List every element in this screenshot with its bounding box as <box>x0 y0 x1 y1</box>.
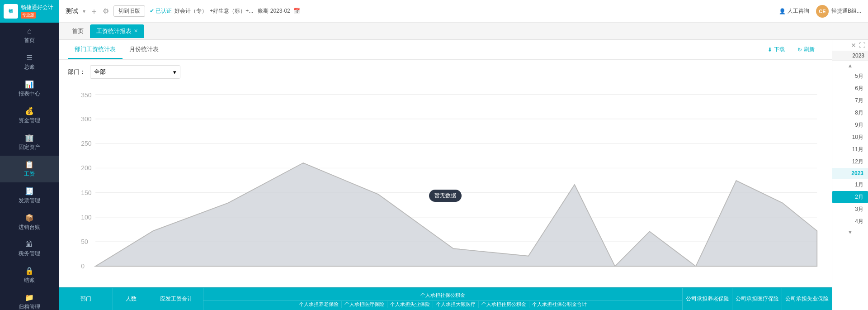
help-button[interactable]: 👤 人工咨询 <box>779 7 809 15</box>
add-button[interactable]: ＋ <box>90 6 98 17</box>
avatar-initials: CE <box>819 9 826 14</box>
th-count: 人数 <box>113 288 149 310</box>
svg-text:100: 100 <box>81 214 92 221</box>
svg-marker-16 <box>95 163 817 266</box>
sidebar-item-purchase[interactable]: 📦 进销台账 <box>0 209 59 236</box>
sidebar-item-funds[interactable]: 💰 资金管理 <box>0 102 59 129</box>
month-3-2023[interactable]: 3月 <box>832 203 868 215</box>
th-dept: 部门 <box>59 288 113 310</box>
month-7[interactable]: 7月 <box>832 95 868 107</box>
action-buttons: ⬇ 下载 ↻ 刷新 <box>764 44 823 55</box>
sidebar-item-label: 税务管理 <box>19 250 40 258</box>
th-company-pension: 公司承担养老保险 <box>683 288 732 310</box>
sidebar-item-salary[interactable]: 📋 工资 <box>0 156 59 182</box>
sidebar-item-reports[interactable]: 📊 报表中心 <box>0 76 59 102</box>
avatar: CE <box>816 5 829 18</box>
month-10[interactable]: 10月 <box>832 131 868 143</box>
sidebar-item-label: 总账 <box>24 63 35 71</box>
download-label: 下载 <box>774 46 785 53</box>
year-2023-item[interactable]: 2023 <box>832 168 868 179</box>
logo-icon: 畅 <box>4 4 18 19</box>
tax-icon: 🏛 <box>26 240 33 248</box>
month-5[interactable]: 5月 <box>832 70 868 82</box>
period-label: 账期 2023-02 📅 <box>258 7 300 15</box>
reports-icon: 📊 <box>25 80 34 89</box>
month-12[interactable]: 12月 <box>832 156 868 168</box>
tab-salary-report[interactable]: 工资统计报表 ✕ <box>90 24 144 38</box>
tab-home[interactable]: 首页 <box>66 24 90 38</box>
sidebar-item-label: 工资 <box>24 170 35 178</box>
good-accountant-status: 好会计（专） <box>175 7 207 15</box>
salary-icon: 📋 <box>25 160 34 169</box>
good-business-status: +好生意（标）+... <box>210 7 253 15</box>
funds-icon: 💰 <box>25 107 34 115</box>
dept-filter-select[interactable]: 全部 ▾ <box>90 65 180 79</box>
svg-text:200: 200 <box>81 165 92 172</box>
sidebar-item-closing[interactable]: 🔒 结账 <box>0 262 59 289</box>
sub-tab-monthly[interactable]: 月份统计表 <box>123 41 165 59</box>
sidebar-item-invoice[interactable]: 🧾 发票管理 <box>0 182 59 209</box>
sidebar-item-label: 报表中心 <box>19 90 40 98</box>
month-11[interactable]: 11月 <box>832 143 868 156</box>
refresh-label: 刷新 <box>804 46 815 53</box>
year-2023-label: 2023 <box>832 51 868 61</box>
th-sub-cells: 个人承担养老保险 个人承担医疗保险 个人承担失业保险 个人承担大额医疗 个人承担 <box>296 301 590 308</box>
month-8[interactable]: 8月 <box>832 107 868 119</box>
th-company-unemployment: 公司承担失业保险 <box>782 288 832 310</box>
sidebar-nav: ⌂ 首页 ☰ 总账 📊 报表中心 💰 资金管理 🏢 固定资产 📋 工资 🧾 发票… <box>0 23 59 310</box>
user-profile[interactable]: CE 轻捷通B组... <box>816 5 861 18</box>
sub-tab-dept[interactable]: 部门工资统计表 <box>68 41 123 59</box>
sidebar-item-assets[interactable]: 🏢 固定资产 <box>0 129 59 156</box>
th-personal-pension: 个人承担养老保险 <box>296 301 342 308</box>
svg-text:50: 50 <box>81 238 88 245</box>
main-panel: 部门工资统计表 月份统计表 ⬇ 下载 ↻ 刷新 <box>59 40 832 310</box>
invoice-icon: 🧾 <box>25 187 34 196</box>
month-1-2023[interactable]: 1月 <box>832 179 868 191</box>
tab-salary-report-label: 工资统计报表 <box>96 27 132 35</box>
archive-icon: 📁 <box>25 293 34 302</box>
company-name: 测试 <box>66 7 78 15</box>
topbar-right: 👤 人工咨询 CE 轻捷通B组... <box>779 5 861 18</box>
right-date-panel: ✕ ⛶ 2023 ▲ 5月 6月 7月 8月 9月 10月 11月 12月 20… <box>832 40 868 310</box>
th-personal-housing: 个人承担住房公积金 <box>479 301 529 308</box>
month-9[interactable]: 9月 <box>832 119 868 131</box>
sidebar-item-label: 结账 <box>24 277 35 284</box>
panel-close-row: ✕ ⛶ <box>832 40 868 51</box>
panel-expand-button[interactable]: ⛶ <box>859 42 865 49</box>
chart-area: 350 300 250 200 150 100 50 0 <box>59 84 832 287</box>
month-6[interactable]: 6月 <box>832 82 868 95</box>
help-icon: 👤 <box>779 8 786 14</box>
calendar-icon[interactable]: 📅 <box>293 8 300 14</box>
switch-to-old-button[interactable]: 切到旧版 <box>113 5 145 17</box>
sidebar-item-label: 发票管理 <box>19 197 40 205</box>
refresh-button[interactable]: ↻ 刷新 <box>794 44 818 55</box>
home-icon: ⌂ <box>27 27 32 35</box>
sidebar-item-tax[interactable]: 🏛 税务管理 <box>0 236 59 262</box>
sidebar-item-label: 首页 <box>24 37 35 44</box>
logo-name: 畅捷通好会计 <box>21 4 53 11</box>
svg-text:0: 0 <box>81 263 85 270</box>
period-text-label: 账期 <box>258 8 269 14</box>
sidebar-item-ledger[interactable]: ☰ 总账 <box>0 49 59 76</box>
month-2-2023[interactable]: 2月 <box>832 191 868 203</box>
nav-down[interactable]: ▼ <box>832 228 868 237</box>
nav-up[interactable]: ▲ <box>832 61 868 70</box>
sidebar-item-home[interactable]: ⌂ 首页 <box>0 23 59 49</box>
sidebar-item-archive[interactable]: 📁 归档管理 <box>0 289 59 310</box>
sub-tab-dept-label: 部门工资统计表 <box>75 46 116 52</box>
certified-status: ✔ 已认证 <box>150 7 172 15</box>
table-header: 部门 人数 应发工资合计 个人承担社保公积金 个人承担养老保险 个人承担医疗 <box>59 287 832 310</box>
th-personal-insurance-label: 个人承担社保公积金 <box>203 290 682 301</box>
th-personal-insurance-group: 个人承担社保公积金 个人承担养老保险 个人承担医疗保险 个人承担失业保险 个人承… <box>203 288 683 310</box>
panel-close-button[interactable]: ✕ <box>851 42 856 49</box>
svg-text:350: 350 <box>81 91 92 99</box>
closing-icon: 🔒 <box>25 267 34 275</box>
logo-text: 畅捷通好会计 专业版 <box>21 4 53 19</box>
company-dropdown-icon[interactable]: ▾ <box>83 8 85 14</box>
download-button[interactable]: ⬇ 下载 <box>764 44 788 55</box>
tab-close-icon[interactable]: ✕ <box>134 28 138 34</box>
settings-icon[interactable]: ⚙ <box>103 7 109 15</box>
sidebar-item-label: 固定资产 <box>19 143 40 151</box>
purchase-icon: 📦 <box>25 214 34 222</box>
month-4-2023[interactable]: 4月 <box>832 215 868 228</box>
